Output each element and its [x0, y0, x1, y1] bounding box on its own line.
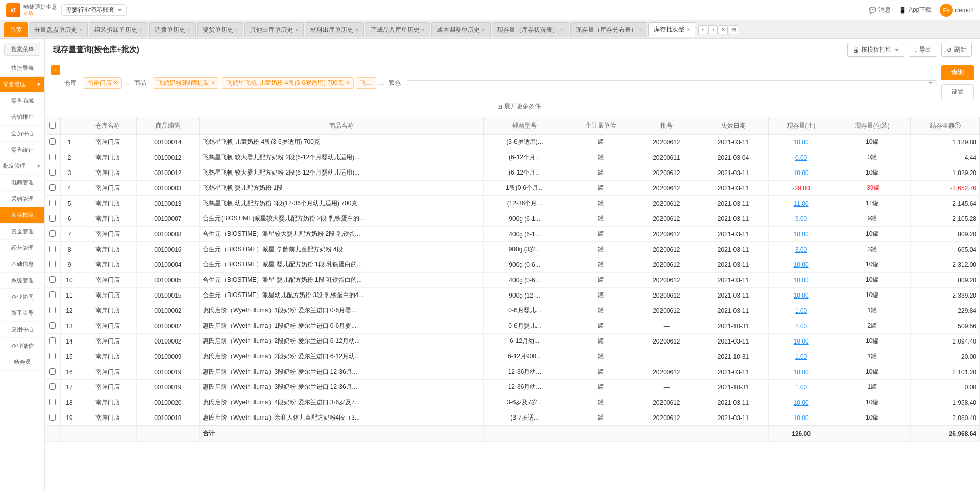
cell-checkbox[interactable]	[45, 196, 60, 211]
sidebar-item-guide[interactable]: 新手引导	[0, 305, 44, 322]
sidebar-item-ecom[interactable]: 电商管理	[0, 175, 44, 191]
tab-close-icon[interactable]: ×	[139, 27, 142, 33]
sidebar-item-member2[interactable]: 畅会员	[0, 354, 44, 371]
cell-stock-qty[interactable]: 9.00	[769, 211, 834, 227]
tab-close-icon[interactable]: ×	[639, 27, 642, 33]
tab-zu-chai[interactable]: 组装拆卸单历史 ×	[89, 22, 148, 37]
user-area[interactable]: Ea demo2	[940, 4, 974, 17]
cell-checkbox[interactable]	[45, 395, 60, 410]
cell-checkbox[interactable]	[45, 135, 60, 150]
tab-menu-btn[interactable]: ⊟	[729, 25, 738, 34]
expand-more-btn[interactable]: ⊞ 展开更多条件	[64, 100, 974, 113]
account-selector[interactable]: 母婴行业演示账套	[61, 4, 127, 16]
cell-checkbox[interactable]	[45, 380, 60, 395]
setting-btn[interactable]: 设置	[941, 84, 974, 100]
cell-stock-qty[interactable]: 10.00	[769, 410, 834, 426]
cell-checkbox[interactable]	[45, 318, 60, 334]
cell-checkbox[interactable]	[45, 273, 60, 288]
template-print-btn[interactable]: 🖨 按模板打印	[847, 43, 904, 57]
cell-stock-qty[interactable]: 10.00	[769, 273, 834, 288]
tab-prev-btn[interactable]: ‹	[698, 25, 707, 34]
sidebar-item-enterprise[interactable]: 企业协同	[0, 289, 44, 305]
sidebar-item-retail-store[interactable]: 零售商城	[0, 93, 44, 109]
tab-cheng-ben[interactable]: 成本调整单历史 ×	[431, 22, 491, 37]
cell-checkbox[interactable]	[45, 288, 60, 303]
tab-close-icon[interactable]: ×	[295, 27, 298, 33]
select-all-checkbox[interactable]	[49, 122, 56, 129]
sidebar-item-wechat[interactable]: 企业微信	[0, 338, 44, 354]
cell-stock-qty[interactable]: 10.00	[769, 395, 834, 410]
tab-pi-ci[interactable]: 库存批次整 ×	[648, 22, 695, 37]
cell-stock-qty[interactable]: 2.00	[769, 318, 834, 334]
tab-home[interactable]: 首页	[4, 22, 28, 37]
tab-chan-pin[interactable]: 产成品入库单历史 ×	[365, 22, 430, 37]
sidebar-item-marketing[interactable]: 营销推广	[0, 109, 44, 126]
product-more-btn[interactable]: ...	[378, 79, 384, 87]
cell-stock-qty[interactable]: 10.00	[769, 288, 834, 303]
sidebar-item-retail[interactable]: 零售管理 ▼	[0, 77, 44, 93]
cell-stock-qty[interactable]: 11.00	[769, 196, 834, 211]
sidebar-item-retail-stats[interactable]: 零售统计	[0, 142, 44, 158]
sidebar-item-system[interactable]: 系统管理	[0, 273, 44, 289]
cell-stock-qty[interactable]: 3.00	[769, 242, 834, 257]
tab-close-icon[interactable]: ×	[355, 27, 358, 33]
sidebar-item-operation[interactable]: 经营管理	[0, 240, 44, 256]
cell-stock-qty[interactable]: 10.00	[769, 257, 834, 273]
cell-checkbox[interactable]	[45, 349, 60, 364]
tab-next-btn[interactable]: ›	[708, 25, 718, 34]
cell-stock-qty[interactable]: 10.00	[769, 135, 834, 150]
cell-checkbox[interactable]	[45, 364, 60, 380]
cell-checkbox[interactable]	[45, 227, 60, 242]
message-btn[interactable]: 💬 消息	[869, 6, 891, 14]
tag-close-icon[interactable]: ×	[114, 79, 117, 86]
cell-stock-qty[interactable]: 1.00	[769, 380, 834, 395]
cell-stock-qty[interactable]: 10.00	[769, 227, 834, 242]
sidebar-item-inventory[interactable]: 库存核算	[0, 207, 44, 224]
sidebar-item-member[interactable]: 会员中心	[0, 126, 44, 142]
tab-close-icon[interactable]: ×	[235, 27, 238, 33]
search-menu-btn[interactable]: 搜索菜单	[4, 43, 40, 56]
tab-xian-cun-fen-bu[interactable]: 现存量（库存分布表） ×	[570, 22, 648, 37]
tab-qi-ta[interactable]: 其他出库单历史 ×	[244, 22, 304, 37]
app-download-btn[interactable]: 📱 App下载	[899, 6, 932, 14]
refresh-btn[interactable]: ↺ 刷新	[941, 43, 972, 57]
cell-checkbox[interactable]	[45, 211, 60, 227]
query-btn[interactable]: 查询	[941, 65, 974, 80]
cell-checkbox[interactable]	[45, 181, 60, 196]
warehouse-more-btn[interactable]: ...	[124, 79, 130, 87]
sidebar-item-wholesale[interactable]: 批发管理 ▼	[0, 158, 44, 175]
cell-checkbox[interactable]	[45, 410, 60, 426]
sidebar-item-purchase[interactable]: 采购管理	[0, 191, 44, 207]
tab-close-icon[interactable]: ×	[79, 27, 82, 33]
tab-fen-pan[interactable]: 分量盘点单历史 ×	[29, 22, 88, 37]
export-btn[interactable]: ↓ 导出	[909, 43, 937, 57]
cell-checkbox[interactable]	[45, 334, 60, 349]
cell-stock-qty[interactable]: 1.00	[769, 303, 834, 318]
quick-nav-btn[interactable]: 快捷导航	[0, 62, 44, 74]
tab-xian-cun-zhuang-tai[interactable]: 现存量（库存状况表） ×	[492, 22, 569, 37]
tab-close-icon[interactable]: ×	[687, 27, 690, 32]
cell-checkbox[interactable]	[45, 303, 60, 318]
cell-checkbox[interactable]	[45, 257, 60, 273]
cell-checkbox[interactable]	[45, 165, 60, 181]
sidebar-item-apps[interactable]: 应用中心	[0, 322, 44, 338]
tab-cai-liao[interactable]: 材料出库单历史 ×	[305, 22, 364, 37]
cell-stock-qty[interactable]: 10.00	[769, 165, 834, 181]
cell-checkbox[interactable]	[45, 150, 60, 165]
expand-filter-btn[interactable]: ›	[51, 65, 60, 75]
tag-close-icon[interactable]: ×	[346, 79, 349, 86]
cell-stock-qty[interactable]: 10.00	[769, 364, 834, 380]
tab-close-icon[interactable]: ×	[187, 27, 190, 33]
tab-close-icon[interactable]: ×	[422, 27, 425, 33]
cell-stock-qty[interactable]: 1.00	[769, 349, 834, 364]
tab-diao-bo[interactable]: 调拨单历史 ×	[149, 22, 196, 37]
tab-close-all-btn[interactable]: ×	[719, 25, 728, 34]
cell-stock-qty[interactable]: -39.00	[769, 181, 834, 196]
cell-stock-qty[interactable]: 10.00	[769, 334, 834, 349]
sidebar-item-basic[interactable]: 基础信息	[0, 256, 44, 273]
tab-yao-huo[interactable]: 要货单历史 ×	[197, 22, 244, 37]
sidebar-item-finance[interactable]: 资金管理	[0, 224, 44, 240]
tag-close-icon[interactable]: ×	[211, 79, 215, 86]
tab-close-icon[interactable]: ×	[482, 27, 485, 33]
cell-stock-qty[interactable]: 0.00	[769, 150, 834, 165]
